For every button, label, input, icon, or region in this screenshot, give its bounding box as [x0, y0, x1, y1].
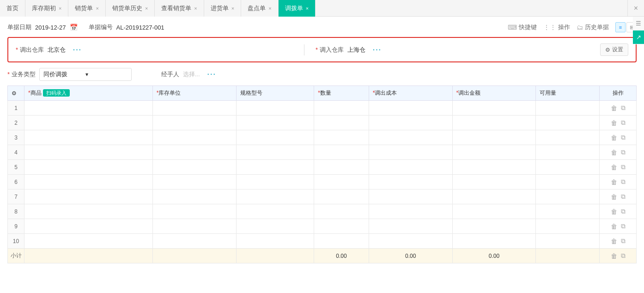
- shortcuts-btn[interactable]: ⌨ 快捷键: [508, 23, 537, 31]
- cell-cost-5[interactable]: [369, 160, 452, 175]
- cell-quantity-9[interactable]: [314, 219, 369, 234]
- row-delete-icon-2[interactable]: 🗑: [611, 119, 617, 127]
- cell-amount-2[interactable]: [452, 116, 536, 130]
- cell-product-8[interactable]: [24, 204, 153, 219]
- cell-quantity-8[interactable]: [314, 204, 369, 219]
- row-copy-icon-6[interactable]: ⧉: [621, 178, 626, 186]
- layout-list-btn[interactable]: ≡: [615, 22, 626, 32]
- row-delete-icon-8[interactable]: 🗑: [611, 208, 617, 215]
- tab-view-sales[interactable]: 查看销货单 ×: [155, 0, 204, 17]
- cell-amount-10[interactable]: [452, 234, 536, 249]
- cell-unit-2[interactable]: [152, 116, 236, 130]
- cell-cost-4[interactable]: [369, 145, 452, 160]
- cell-quantity-2[interactable]: [314, 116, 369, 130]
- cell-product-10[interactable]: [24, 234, 153, 249]
- history-btn[interactable]: 🗂 历史单据: [577, 23, 609, 31]
- cell-cost-3[interactable]: [369, 130, 452, 145]
- tab-sales-order[interactable]: 销货单 ×: [68, 0, 105, 17]
- cell-cost-6[interactable]: [369, 175, 452, 189]
- cell-spec-9[interactable]: [236, 219, 314, 234]
- subtotal-copy-icon[interactable]: ⧉: [621, 252, 626, 260]
- cell-product-6[interactable]: [24, 175, 153, 189]
- cell-quantity-4[interactable]: [314, 145, 369, 160]
- business-type-select[interactable]: 同价调拨 ▾: [39, 68, 132, 81]
- cell-quantity-1[interactable]: [314, 101, 369, 116]
- cell-quantity-6[interactable]: [314, 175, 369, 189]
- row-delete-icon-6[interactable]: 🗑: [611, 178, 617, 186]
- cell-amount-3[interactable]: [452, 130, 536, 145]
- cell-amount-5[interactable]: [452, 160, 536, 175]
- tab-close-purchase-order[interactable]: ×: [231, 6, 234, 11]
- cell-unit-8[interactable]: [152, 204, 236, 219]
- row-copy-icon-3[interactable]: ⧉: [621, 134, 626, 141]
- row-copy-icon-10[interactable]: ⧉: [621, 237, 626, 245]
- cell-spec-4[interactable]: [236, 145, 314, 160]
- tab-bar-close[interactable]: ×: [627, 0, 644, 17]
- tab-close-sales-history[interactable]: ×: [145, 6, 148, 11]
- cell-cost-1[interactable]: [369, 101, 452, 116]
- cell-product-3[interactable]: [24, 130, 153, 145]
- cell-spec-2[interactable]: [236, 116, 314, 130]
- row-copy-icon-4[interactable]: ⧉: [621, 148, 626, 156]
- cell-unit-7[interactable]: [152, 189, 236, 204]
- cell-quantity-3[interactable]: [314, 130, 369, 145]
- cell-unit-5[interactable]: [152, 160, 236, 175]
- cell-amount-1[interactable]: [452, 101, 536, 116]
- barcode-scan-btn[interactable]: 扫码录入: [43, 89, 70, 97]
- operations-btn[interactable]: ⋮⋮ 操作: [543, 23, 570, 31]
- cell-unit-3[interactable]: [152, 130, 236, 145]
- tab-close-sales-order[interactable]: ×: [96, 6, 98, 11]
- cell-spec-7[interactable]: [236, 189, 314, 204]
- cell-unit-9[interactable]: [152, 219, 236, 234]
- tab-sales-history[interactable]: 销货单历史 ×: [106, 0, 155, 17]
- cell-quantity-5[interactable]: [314, 160, 369, 175]
- cell-cost-9[interactable]: [369, 219, 452, 234]
- row-copy-icon-1[interactable]: ⧉: [621, 104, 626, 112]
- tab-close-view-sales[interactable]: ×: [194, 6, 197, 11]
- cell-spec-3[interactable]: [236, 130, 314, 145]
- cell-quantity-7[interactable]: [314, 189, 369, 204]
- cell-cost-10[interactable]: [369, 234, 452, 249]
- cell-cost-7[interactable]: [369, 189, 452, 204]
- sidebar-export-icon[interactable]: ↗: [633, 31, 644, 44]
- cell-amount-7[interactable]: [452, 189, 536, 204]
- tab-inventory-init[interactable]: 库存期初 ×: [25, 0, 68, 17]
- row-copy-icon-2[interactable]: ⧉: [621, 119, 626, 127]
- row-delete-icon-10[interactable]: 🗑: [611, 238, 617, 245]
- cell-product-5[interactable]: [24, 160, 153, 175]
- row-copy-icon-5[interactable]: ⧉: [621, 163, 626, 171]
- row-delete-icon-1[interactable]: 🗑: [611, 104, 617, 112]
- row-copy-icon-9[interactable]: ⧉: [621, 222, 626, 230]
- handler-more[interactable]: ···: [207, 70, 216, 79]
- sidebar-list-icon[interactable]: ☰: [633, 17, 644, 31]
- cell-quantity-10[interactable]: [314, 234, 369, 249]
- out-warehouse-value[interactable]: 北京仓: [48, 46, 66, 54]
- cell-spec-5[interactable]: [236, 160, 314, 175]
- tab-inventory-check[interactable]: 盘点单 ×: [241, 0, 278, 17]
- cell-unit-1[interactable]: [152, 101, 236, 116]
- cell-amount-8[interactable]: [452, 204, 536, 219]
- tab-transfer-order[interactable]: 调拨单 ×: [279, 0, 316, 17]
- cell-unit-4[interactable]: [152, 145, 236, 160]
- in-warehouse-value[interactable]: 上海仓: [347, 46, 365, 54]
- cell-product-1[interactable]: [24, 101, 153, 116]
- cell-product-4[interactable]: [24, 145, 153, 160]
- cell-spec-10[interactable]: [236, 234, 314, 249]
- date-value[interactable]: 2019-12-27: [35, 24, 66, 31]
- panel-settings-btn[interactable]: ⚙ 设置: [600, 43, 628, 56]
- cell-product-2[interactable]: [24, 116, 153, 130]
- handler-placeholder[interactable]: 选择...: [183, 70, 200, 79]
- subtotal-delete-icon[interactable]: 🗑: [611, 252, 617, 260]
- calendar-icon[interactable]: 📅: [70, 24, 78, 31]
- cell-amount-9[interactable]: [452, 219, 536, 234]
- tab-close-inventory-check[interactable]: ×: [268, 6, 271, 11]
- cell-unit-6[interactable]: [152, 175, 236, 189]
- cell-unit-10[interactable]: [152, 234, 236, 249]
- row-copy-icon-7[interactable]: ⧉: [621, 193, 626, 201]
- row-delete-icon-9[interactable]: 🗑: [611, 223, 617, 230]
- row-delete-icon-7[interactable]: 🗑: [611, 193, 617, 201]
- in-warehouse-more[interactable]: ···: [373, 46, 382, 54]
- th-settings[interactable]: ⚙: [8, 86, 24, 101]
- out-warehouse-more[interactable]: ···: [73, 46, 82, 54]
- row-copy-icon-8[interactable]: ⧉: [621, 208, 626, 215]
